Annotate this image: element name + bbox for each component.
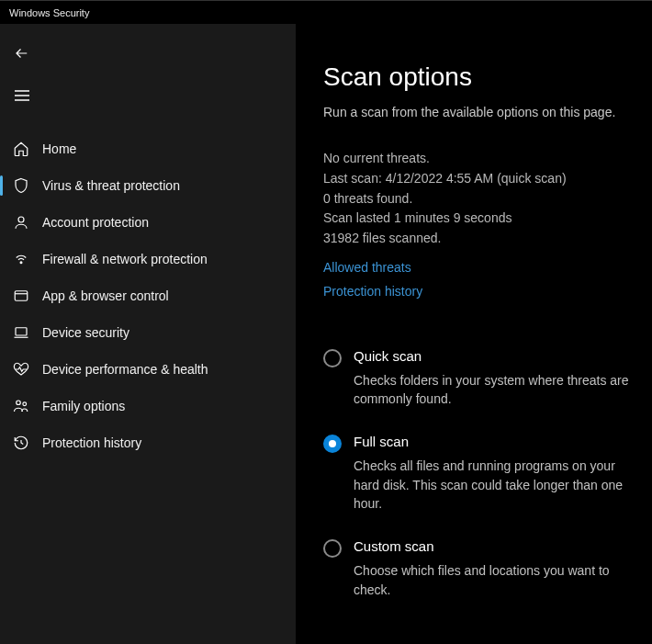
- svg-point-5: [23, 402, 27, 406]
- status-text: Last scan: 4/12/2022 4:55 AM (quick scan…: [323, 169, 634, 189]
- menu-toggle-button[interactable]: [4, 77, 40, 114]
- sidebar-item-label: Home: [42, 141, 76, 156]
- sidebar-item-performance[interactable]: Device performance & health: [0, 351, 296, 388]
- radio-title: Full scan: [354, 434, 634, 449]
- laptop-icon: [13, 324, 29, 341]
- status-text: Scan lasted 1 minutes 9 seconds: [323, 209, 634, 229]
- radio-full-scan[interactable]: Full scan Checks all files and running p…: [323, 434, 634, 513]
- sidebar-item-label: Firewall & network protection: [42, 252, 208, 266]
- sidebar-item-app-browser[interactable]: App & browser control: [0, 277, 296, 314]
- sidebar-item-label: Account protection: [42, 215, 149, 230]
- radio-body: Full scan Checks all files and running p…: [354, 434, 634, 513]
- window-title: Windows Security: [9, 7, 89, 18]
- radio-title: Custom scan: [354, 538, 634, 554]
- sidebar-item-label: Virus & threat protection: [42, 178, 180, 193]
- sidebar-item-family[interactable]: Family options: [0, 388, 296, 424]
- status-text: 31982 files scanned.: [323, 229, 634, 249]
- history-icon: [13, 435, 29, 451]
- sidebar-item-account[interactable]: Account protection: [0, 204, 296, 241]
- home-icon: [13, 141, 29, 157]
- window-icon: [13, 288, 29, 304]
- sidebar-item-label: Protection history: [42, 435, 141, 450]
- svg-rect-2: [15, 291, 28, 301]
- shield-icon: [13, 177, 29, 194]
- protection-history-link[interactable]: Protection history: [323, 284, 634, 299]
- sidebar-item-label: Device performance & health: [42, 362, 208, 377]
- wifi-icon: [13, 251, 29, 267]
- family-icon: [13, 398, 29, 414]
- svg-point-0: [18, 217, 24, 222]
- sidebar-item-home[interactable]: Home: [0, 130, 296, 167]
- svg-rect-3: [16, 328, 27, 335]
- sidebar-item-history[interactable]: Protection history: [0, 424, 296, 461]
- sidebar-item-device-security[interactable]: Device security: [0, 314, 296, 351]
- status-text: 0 threats found.: [323, 189, 634, 209]
- content-wrap: Home Virus & threat protection Account p…: [0, 24, 652, 644]
- sidebar-item-label: Device security: [42, 325, 129, 340]
- radio-desc: Checks folders in your system where thre…: [354, 371, 634, 409]
- person-icon: [13, 214, 29, 231]
- status-block: No current threats. Last scan: 4/12/2022…: [323, 149, 634, 248]
- sidebar-item-virus-threat[interactable]: Virus & threat protection: [0, 167, 296, 204]
- radio-icon: [323, 539, 342, 558]
- sidebar-item-label: Family options: [42, 399, 125, 413]
- status-text: No current threats.: [323, 149, 634, 169]
- page-subtitle: Run a scan from the available options on…: [323, 103, 634, 121]
- radio-icon: [323, 349, 342, 367]
- sidebar-item-label: App & browser control: [42, 288, 169, 303]
- main-content: Scan options Run a scan from the availab…: [296, 24, 652, 644]
- hamburger-icon: [14, 87, 30, 104]
- radio-icon: [323, 435, 342, 453]
- radio-desc: Checks all files and running programs on…: [354, 457, 634, 513]
- heart-icon: [13, 361, 29, 378]
- scan-options: Quick scan Checks folders in your system…: [323, 348, 634, 599]
- arrow-left-icon: [14, 45, 30, 62]
- svg-point-4: [17, 401, 21, 405]
- sidebar: Home Virus & threat protection Account p…: [0, 24, 296, 644]
- radio-quick-scan[interactable]: Quick scan Checks folders in your system…: [323, 348, 634, 409]
- back-button[interactable]: [4, 35, 40, 72]
- page-title: Scan options: [323, 62, 634, 92]
- radio-body: Custom scan Choose which files and locat…: [354, 538, 634, 599]
- titlebar: Windows Security: [0, 0, 652, 24]
- radio-desc: Choose which files and locations you wan…: [354, 561, 634, 599]
- allowed-threats-link[interactable]: Allowed threats: [323, 260, 634, 275]
- svg-point-1: [20, 262, 22, 264]
- radio-title: Quick scan: [354, 348, 634, 364]
- sidebar-item-firewall[interactable]: Firewall & network protection: [0, 241, 296, 277]
- radio-body: Quick scan Checks folders in your system…: [354, 348, 634, 409]
- radio-custom-scan[interactable]: Custom scan Choose which files and locat…: [323, 538, 634, 599]
